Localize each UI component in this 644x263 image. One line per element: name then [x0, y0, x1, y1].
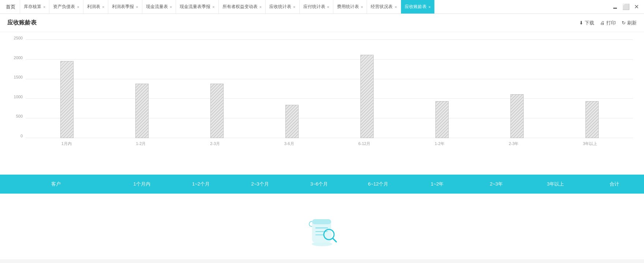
x-label-7: 3年以上 — [583, 141, 597, 146]
close-window-icon[interactable]: ✕ — [633, 3, 640, 11]
th-5: 6~12个月 — [349, 181, 408, 187]
tab-operation[interactable]: 经营状况表 × — [367, 0, 401, 14]
tab-profit-quarterly[interactable]: 利润表季报 × — [108, 0, 142, 14]
th-6: 1~2年 — [408, 181, 467, 187]
refresh-icon: ↻ — [622, 20, 626, 26]
main-content: 2500 2000 1500 1000 500 0 — [0, 32, 644, 259]
tab-close-equity[interactable]: × — [259, 5, 262, 9]
x-label-1: 1-2月 — [136, 141, 146, 146]
page-header: 应收账龄表 ⬇ 下载 🖨 打印 ↻ 刷新 — [0, 14, 644, 32]
bar-rect-5 — [435, 101, 449, 138]
tab-bar-actions: 🗕 ⬜ ✕ — [611, 3, 643, 11]
tab-close-cashflow-quarterly[interactable]: × — [212, 5, 214, 9]
bars-row — [26, 39, 633, 138]
th-9: 合计 — [585, 181, 644, 187]
svg-point-7 — [326, 231, 332, 238]
tab-expense-stats[interactable]: 费用统计表 × — [333, 0, 367, 14]
tab-close-operation[interactable]: × — [394, 5, 397, 9]
empty-state — [302, 201, 342, 252]
y-label-0: 0 — [20, 134, 23, 138]
tab-equity[interactable]: 所有者权益变动表 × — [219, 0, 266, 14]
th-2: 1~2个月 — [171, 181, 230, 187]
tab-close-ar-aging[interactable]: × — [428, 5, 431, 9]
x-label-4: 6-12月 — [358, 141, 370, 146]
bar-3-6月 — [285, 105, 299, 138]
tab-close-balance[interactable]: × — [77, 5, 79, 9]
table-header: 客户1个月内1~2个月2~3个月3~6个月6~12个月1~2年2~3年3年以上合… — [0, 175, 644, 194]
tab-home[interactable]: 首页 — [1, 0, 20, 14]
download-icon: ⬇ — [579, 20, 583, 26]
bar-rect-7 — [585, 101, 599, 138]
bar-1月内 — [60, 61, 74, 138]
print-icon: 🖨 — [600, 20, 605, 26]
tab-close-profit-quarterly[interactable]: × — [136, 5, 138, 9]
bar-rect-0 — [60, 61, 74, 138]
y-label-500: 500 — [16, 114, 23, 118]
download-button[interactable]: ⬇ 下载 — [579, 20, 594, 26]
svg-rect-2 — [312, 219, 331, 224]
table-body — [0, 194, 644, 259]
bar-rect-4 — [360, 55, 374, 138]
empty-state-icon — [302, 212, 342, 248]
header-actions: ⬇ 下载 🖨 打印 ↻ 刷新 — [579, 20, 637, 26]
bar-1-2年 — [435, 101, 449, 138]
th-1: 1个月内 — [112, 181, 171, 187]
x-axis: 1月内1-2月2-3月3-6月6-12月1-2年2-3年3年以上 — [26, 138, 633, 149]
bar-6-12月 — [360, 55, 374, 138]
svg-line-8 — [333, 238, 336, 242]
y-label-1500: 1500 — [14, 75, 23, 79]
x-label-3: 3-6月 — [284, 141, 294, 146]
th-7: 2~3年 — [467, 181, 526, 187]
bar-rect-3 — [285, 105, 299, 138]
page-title: 应收账龄表 — [7, 19, 37, 27]
y-label-2500: 2500 — [14, 36, 23, 40]
bar-1-2月 — [135, 84, 149, 138]
x-label-0: 1月内 — [61, 141, 72, 146]
tab-ar-aging[interactable]: 应收账龄表 × — [401, 0, 435, 14]
bar-rect-2 — [210, 84, 224, 138]
bar-rect-1 — [135, 84, 149, 138]
tab-close-ap-stats[interactable]: × — [327, 5, 329, 9]
bar-2-3月 — [210, 84, 224, 138]
chart-area: 2500 2000 1500 1000 500 0 — [0, 32, 644, 175]
tab-cashflow-quarterly[interactable]: 现金流量表季报 × — [176, 0, 218, 14]
tab-cashflow[interactable]: 现金流量表 × — [142, 0, 176, 14]
bar-rect-6 — [510, 94, 524, 138]
tab-bar: 首页 库存核算 × 资产负债表 × 利润表 × 利润表季报 × 现金流量表 × … — [0, 0, 644, 14]
th-4: 3~6个月 — [289, 181, 348, 187]
tab-close-expense-stats[interactable]: × — [361, 5, 363, 9]
bar-2-3年 — [510, 94, 524, 138]
tab-close-profit[interactable]: × — [102, 5, 104, 9]
tab-close-ar-stats[interactable]: × — [293, 5, 295, 9]
tab-inventory[interactable]: 库存核算 × — [20, 0, 49, 14]
th-3: 2~3个月 — [231, 181, 289, 187]
tab-ar-stats[interactable]: 应收统计表 × — [266, 0, 299, 14]
x-label-5: 1-2年 — [435, 141, 445, 146]
th-0: 客户 — [0, 181, 112, 187]
tab-close-inventory[interactable]: × — [43, 5, 45, 9]
y-label-2000: 2000 — [14, 56, 23, 60]
y-axis: 2500 2000 1500 1000 500 0 — [11, 36, 26, 138]
th-8: 3年以上 — [526, 181, 585, 187]
chart-plot: 1月内1-2月2-3月3-6月6-12月1-2年2-3年3年以上 — [26, 39, 633, 149]
refresh-button[interactable]: ↻ 刷新 — [622, 20, 637, 26]
minimize-icon[interactable]: 🗕 — [611, 3, 619, 11]
tab-ap-stats[interactable]: 应付统计表 × — [300, 0, 333, 14]
print-button[interactable]: 🖨 打印 — [600, 20, 616, 26]
y-label-1000: 1000 — [14, 95, 23, 99]
tab-close-cashflow[interactable]: × — [170, 5, 172, 9]
x-label-6: 2-3年 — [509, 141, 518, 146]
bar-3年以上 — [585, 101, 599, 138]
tab-balance[interactable]: 资产负债表 × — [49, 0, 83, 14]
x-label-2: 2-3月 — [210, 141, 220, 146]
tab-profit[interactable]: 利润表 × — [83, 0, 108, 14]
maximize-icon[interactable]: ⬜ — [621, 3, 631, 11]
